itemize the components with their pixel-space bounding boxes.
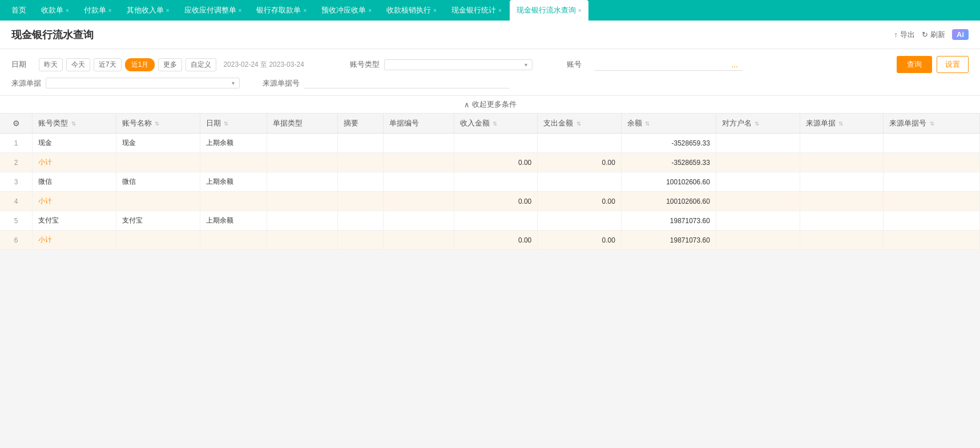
nav-tab-pre-deposit[interactable]: 预收冲应收单 ×	[314, 0, 378, 21]
source-doc-segment: 来源单据 ▾	[11, 78, 240, 88]
account-type-label: 账号类型	[350, 59, 380, 70]
col-date[interactable]: 日期 ⇅	[200, 114, 267, 134]
close-other-income-icon[interactable]: ×	[166, 7, 170, 14]
close-payment-icon[interactable]: ×	[108, 7, 112, 14]
settings-button[interactable]: 设置	[937, 56, 969, 73]
query-button[interactable]: 查询	[897, 56, 932, 73]
cell-expense: 0.00	[538, 231, 622, 250]
col-doc-type[interactable]: 单据类型	[267, 114, 337, 134]
date-custom[interactable]: 自定义	[185, 58, 216, 71]
col-balance[interactable]: 余额 ⇅	[621, 114, 716, 134]
sort-source-doc-icon: ⇅	[838, 120, 843, 127]
date-options-group: 昨天 今天 近7天 近1月 更多 自定义	[39, 58, 216, 71]
collapse-label: 收起更多条件	[472, 99, 517, 110]
date-1month[interactable]: 近1月	[125, 58, 155, 71]
cell-account-name	[116, 231, 200, 250]
close-bank-stat-icon[interactable]: ×	[498, 7, 502, 14]
collapse-row[interactable]: ∧ 收起更多条件	[0, 96, 980, 114]
col-summary[interactable]: 摘要	[337, 114, 383, 134]
date-more[interactable]: 更多	[158, 58, 182, 71]
account-type-select[interactable]: ▾	[384, 59, 533, 70]
account-input[interactable]: ...	[594, 59, 743, 71]
account-dots-icon[interactable]: ...	[731, 60, 738, 69]
cell-row-num: 2	[0, 153, 33, 172]
date-yesterday[interactable]: 昨天	[39, 58, 63, 71]
date-today[interactable]: 今天	[66, 58, 90, 71]
date-7days[interactable]: 近7天	[94, 58, 122, 71]
col-counterparty[interactable]: 对方户名 ⇅	[716, 114, 800, 134]
cell-source-doc	[800, 211, 884, 231]
cell-summary	[337, 231, 383, 250]
refresh-button[interactable]: ↻ 刷新	[922, 30, 945, 40]
source-doc-label: 来源单据	[11, 78, 41, 88]
export-icon: ↑	[894, 30, 898, 39]
nav-home[interactable]: 首页	[5, 3, 33, 18]
cell-income	[454, 134, 538, 153]
source-doc-select[interactable]: ▾	[46, 78, 240, 88]
col-doc-number[interactable]: 单据编号	[383, 114, 454, 134]
filter-row-1: 日期 昨天 今天 近7天 近1月 更多 自定义 2023-02-24 至 202…	[11, 56, 969, 73]
cell-source-doc-num	[884, 172, 980, 192]
date-filter-segment: 日期 昨天 今天 近7天 近1月 更多 自定义 2023-02-24 至 202…	[11, 58, 304, 71]
col-source-doc-num-label: 来源单据号	[889, 119, 926, 127]
table-body: 1现金现金上期余额-3528659.332小计0.000.00-3528659.…	[0, 134, 980, 250]
close-bank-flow-icon[interactable]: ×	[578, 7, 582, 14]
col-income[interactable]: 收入金额 ⇅	[454, 114, 538, 134]
close-collection-exec-icon[interactable]: ×	[433, 7, 437, 14]
cell-source-doc	[800, 172, 884, 192]
table-row: 3微信微信上期余额100102606.60	[0, 172, 980, 192]
cell-date: 上期余额	[200, 211, 267, 231]
cell-counterparty	[716, 231, 800, 250]
table-row: 1现金现金上期余额-3528659.33	[0, 134, 980, 153]
cell-doc-number	[383, 231, 454, 250]
refresh-icon: ↻	[922, 30, 928, 39]
cell-date	[200, 192, 267, 211]
export-button[interactable]: ↑ 导出	[894, 30, 916, 40]
col-counterparty-label: 对方户名	[722, 119, 752, 127]
col-source-doc-num[interactable]: 来源单据号 ⇅	[884, 114, 980, 134]
close-ap-adjustment-icon[interactable]: ×	[239, 7, 242, 14]
ai-button[interactable]: Ai	[952, 29, 969, 40]
close-pre-deposit-icon[interactable]: ×	[368, 7, 372, 14]
cell-source-doc-num	[884, 192, 980, 211]
col-account-name-label: 账号名称	[122, 119, 152, 127]
source-doc-num-input[interactable]	[304, 78, 510, 88]
cell-counterparty	[716, 153, 800, 172]
sort-date-icon: ⇅	[224, 120, 228, 127]
col-source-doc[interactable]: 来源单据 ⇅	[800, 114, 884, 134]
col-expense[interactable]: 支出金额 ⇅	[538, 114, 622, 134]
col-doc-number-label: 单据编号	[389, 119, 419, 127]
nav-tab-ap-adjustment[interactable]: 应收应付调整单 ×	[178, 0, 249, 21]
nav-tab-other-income[interactable]: 其他收入单 ×	[120, 0, 176, 21]
cell-date	[200, 153, 267, 172]
cell-income	[454, 172, 538, 192]
filter-area: 日期 昨天 今天 近7天 近1月 更多 自定义 2023-02-24 至 202…	[0, 49, 980, 96]
sort-counterparty-icon: ⇅	[755, 120, 759, 127]
cell-doc-type	[267, 172, 337, 192]
col-account-name[interactable]: 账号名称 ⇅	[116, 114, 200, 134]
col-account-type[interactable]: 账号类型 ⇅	[33, 114, 116, 134]
col-source-doc-label: 来源单据	[806, 119, 836, 127]
cell-expense: 0.00	[538, 192, 622, 211]
nav-tab-collection-exec[interactable]: 收款核销执行 ×	[380, 0, 443, 21]
data-table: ⚙ 账号类型 ⇅ 账号名称 ⇅ 日期 ⇅ 单据类型 摘要	[0, 114, 980, 250]
nav-tab-bank-stat[interactable]: 现金银行统计 ×	[445, 0, 509, 21]
nav-tab-bank-deposit[interactable]: 银行存取款单 ×	[249, 0, 313, 21]
col-account-type-label: 账号类型	[38, 119, 68, 127]
cell-account-type: 微信	[33, 172, 116, 192]
close-bank-deposit-icon[interactable]: ×	[303, 7, 306, 14]
nav-tab-receipt[interactable]: 收款单 ×	[34, 0, 76, 21]
close-receipt-icon[interactable]: ×	[66, 7, 69, 14]
cell-account-type: 小计	[33, 153, 116, 172]
cell-summary	[337, 153, 383, 172]
col-gear[interactable]: ⚙	[0, 114, 33, 134]
col-income-label: 收入金额	[460, 119, 490, 127]
gear-icon[interactable]: ⚙	[13, 119, 20, 128]
cell-summary	[337, 211, 383, 231]
nav-tab-payment[interactable]: 付款单 ×	[77, 0, 119, 21]
cell-counterparty	[716, 192, 800, 211]
cell-balance: -3528659.33	[621, 153, 716, 172]
cell-expense	[538, 172, 622, 192]
nav-tab-bank-flow[interactable]: 现金银行流水查询 ×	[510, 0, 588, 21]
table-header: ⚙ 账号类型 ⇅ 账号名称 ⇅ 日期 ⇅ 单据类型 摘要	[0, 114, 980, 134]
